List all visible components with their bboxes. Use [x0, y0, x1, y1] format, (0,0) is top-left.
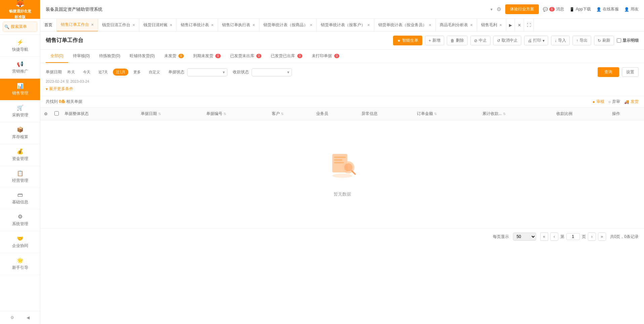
sidebar-item-sales[interactable]: 📊 销售管理	[0, 79, 40, 100]
tab-close-button[interactable]: ✕	[252, 23, 255, 27]
first-page-button[interactable]: «	[540, 233, 548, 241]
sidebar-item-operations[interactable]: 📋 经营管理	[0, 166, 40, 188]
sidebar-item-basic[interactable]: 🗃 基础信息	[0, 188, 40, 209]
suspend-button[interactable]: ⊘ 中止	[470, 36, 490, 45]
page-number-input[interactable]	[566, 233, 580, 240]
subtab-wangpu[interactable]: 旺铺待发货(0)	[125, 50, 160, 63]
column-amount[interactable]: 订单金额 ⇅	[414, 108, 480, 120]
sidebar-collapse-button[interactable]: ◀	[27, 315, 30, 320]
tab-close-button[interactable]: ✕	[170, 23, 172, 27]
subtab-not-printed[interactable]: 未打印单据 0	[307, 50, 344, 63]
next-page-button[interactable]: ›	[588, 233, 596, 241]
status-select[interactable]	[187, 68, 227, 76]
sidebar-item-company[interactable]: 🤝 企业协同	[0, 231, 40, 253]
export-button[interactable]: ↑ 导出	[572, 36, 591, 45]
tab-sales-summary-prod[interactable]: 销货单统计表（按商品） ✕	[259, 19, 317, 32]
subtab-not-shipped[interactable]: 未发货 0	[160, 50, 188, 63]
delete-button[interactable]: 🗑 删除	[447, 36, 468, 45]
subtab-all[interactable]: 全部(0)	[46, 50, 68, 63]
review-action-button[interactable]: ● 审核	[593, 99, 604, 105]
search-menu-button[interactable]: 🔍 搜索菜单	[3, 22, 37, 32]
user-menu-button[interactable]: 👤 用友	[624, 6, 639, 12]
column-label: 订单金额	[417, 111, 433, 116]
tab-sales-workbench[interactable]: 销售订单工作台 ✕	[57, 19, 98, 32]
expand-filter-button[interactable]: ▾ 展开更多条件	[46, 86, 639, 92]
tab-cash-daily[interactable]: 钱货日清工作台 ✕	[98, 19, 139, 32]
refresh-button[interactable]: ↻ 刷新	[594, 36, 614, 45]
smart-generate-button[interactable]: ★ 智能生单	[393, 36, 422, 45]
tab-close-button[interactable]: ✕	[132, 23, 135, 27]
column-config[interactable]: ⚙	[40, 108, 51, 120]
new-button[interactable]: + 新增	[425, 36, 444, 45]
tab-gross-profit[interactable]: 商品毛利分析表 ✕	[436, 19, 477, 32]
sidebar-item-finance[interactable]: 💰 资金管理	[0, 144, 40, 166]
sidebar-item-marketing[interactable]: 📢 营销推广	[0, 57, 40, 79]
settings-icon[interactable]: ⚙	[497, 6, 501, 12]
tab-close-button[interactable]: ✕	[211, 23, 214, 27]
tab-sales-exec[interactable]: 销售订单执行表 ✕	[218, 19, 259, 32]
tab-more-button[interactable]: ▶	[506, 19, 515, 32]
app-download-button[interactable]: 📱 App下载	[569, 6, 591, 12]
tab-close-button[interactable]: ✕	[367, 23, 370, 27]
import-button[interactable]: ↓ 导入	[551, 36, 570, 45]
message-button[interactable]: 💬 6 消息	[543, 6, 564, 12]
tab-sales-summary-cust[interactable]: 销货单统计表（按客户） ✕	[317, 19, 374, 32]
column-collected[interactable]: 累计收款... ⇅	[480, 108, 554, 120]
dropdown-icon[interactable]: ▾	[490, 7, 492, 12]
date-btn-7days[interactable]: 近7天	[95, 68, 111, 76]
subtab-shipped-not-out[interactable]: 已发货未出库 0	[225, 50, 266, 63]
tab-maximize-button[interactable]: ⛶	[524, 19, 534, 32]
tab-close-all-button[interactable]: ✕	[515, 19, 524, 32]
ship-action-button[interactable]: 🚚 发货	[624, 99, 639, 105]
subtab-shipped-out[interactable]: 已发货已出库 0	[266, 50, 307, 63]
tab-close-button[interactable]: ✕	[310, 23, 312, 27]
date-btn-1month[interactable]: 近1月	[113, 69, 128, 76]
last-page-button[interactable]: »	[598, 233, 606, 241]
subtab-pending-review[interactable]: 待审核(0)	[68, 50, 95, 63]
column-ratio: 收款比例	[554, 108, 609, 120]
sidebar-item-system[interactable]: ⚙ 系统管理	[0, 209, 40, 231]
column-customer[interactable]: 客户 ⇅	[269, 108, 314, 120]
show-detail-checkbox[interactable]	[617, 38, 621, 43]
payment-select[interactable]	[252, 68, 292, 76]
tab-sales-stat[interactable]: 销售订单统计表 ✕	[177, 19, 218, 32]
subtab-pending-inspect[interactable]: 待拣验货(0)	[94, 50, 125, 63]
online-service-button[interactable]: 👤 在线客服	[596, 6, 619, 12]
sidebar-item-inventory[interactable]: 📦 库存核算	[0, 122, 40, 144]
cancel-suspend-button[interactable]: ↺ 取消中止	[493, 36, 521, 45]
subtab-overdue-not-shipped[interactable]: 到期未发货 0	[188, 50, 225, 63]
show-detail-toggle[interactable]: 显示明细	[617, 38, 639, 43]
tab-home[interactable]: 首页	[40, 19, 57, 32]
sidebar-item-purchase[interactable]: 🛒 采购管理	[0, 100, 40, 122]
column-date[interactable]: 单据日期 ⇅	[138, 108, 204, 120]
sidebar-item-shortcut[interactable]: ⚡ 快捷导航	[0, 35, 40, 57]
tab-close-button[interactable]: ✕	[429, 23, 431, 27]
cancel-review-icon: ○	[608, 99, 611, 104]
select-all-checkbox[interactable]	[54, 111, 59, 116]
sidebar-item-guide[interactable]: 🌟 新手引导	[0, 253, 40, 275]
payment-filter-label: 收款状态	[233, 69, 249, 75]
online-service-label: 在线客服	[603, 6, 619, 12]
horizontal-scrollbar[interactable]	[46, 224, 639, 228]
column-checkbox[interactable]	[51, 108, 62, 120]
tab-sales-summary-staff[interactable]: 销货单统计表（按业务员） ✕	[374, 19, 436, 32]
service-icon: 👤	[596, 7, 601, 12]
tab-cash-reconcile[interactable]: 钱货日清对账 ✕	[139, 19, 177, 32]
page-size-select[interactable]: 50 10 20 100	[513, 233, 536, 241]
date-btn-today[interactable]: 今天	[80, 68, 93, 76]
date-btn-custom[interactable]: 自定义	[146, 68, 163, 76]
cancel-review-action-button[interactable]: ○ 弃审	[608, 99, 620, 105]
date-btn-more[interactable]: 更多	[130, 68, 144, 76]
sidebar-settings-button[interactable]: ⚙	[10, 315, 14, 320]
tab-sales-profit[interactable]: 销售毛利 ✕	[477, 19, 506, 32]
settings-filter-button[interactable]: 设置	[622, 67, 639, 77]
tab-close-button[interactable]: ✕	[470, 23, 473, 27]
query-button[interactable]: 查询	[598, 67, 619, 77]
solution-button[interactable]: 体验行业方案	[505, 4, 539, 14]
print-button[interactable]: 🖨 打印 ▾	[524, 36, 548, 45]
column-number[interactable]: 单据编号 ⇅	[204, 108, 269, 120]
tab-close-button[interactable]: ✕	[91, 23, 94, 27]
date-btn-yesterday[interactable]: 昨天	[65, 68, 78, 76]
prev-page-button[interactable]: ‹	[550, 233, 558, 241]
tab-close-button[interactable]: ✕	[499, 23, 502, 27]
